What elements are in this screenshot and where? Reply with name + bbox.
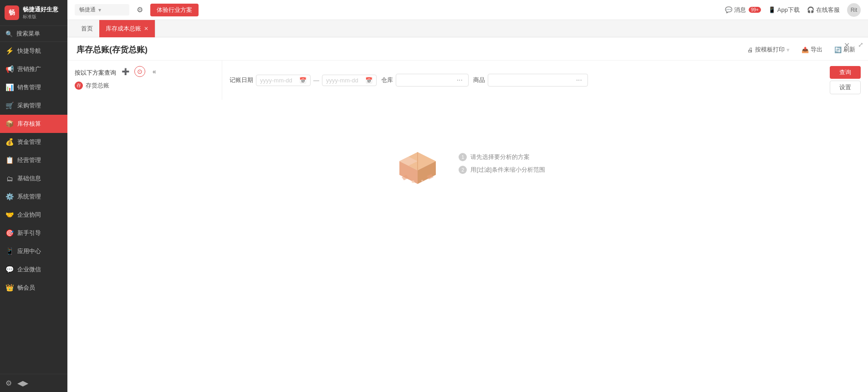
sidebar: 畅 畅捷通好生意 标准版 🔍 搜索菜单 ⚡ 快捷导航 📢 营销推广 📊 销售管理…: [0, 0, 67, 392]
goods-filter-field: 商品 ···: [473, 74, 588, 87]
add-scheme-button[interactable]: ➕: [120, 66, 131, 77]
tab-close-icon[interactable]: ✕: [144, 25, 148, 32]
app-download-button[interactable]: 📱 App下载: [768, 6, 800, 14]
app-logo-text: 畅捷通好生意 标准版: [23, 5, 58, 20]
sidebar-search[interactable]: 🔍 搜索菜单: [0, 26, 67, 42]
app-center-icon: 📱: [5, 247, 14, 255]
tab-bar: 首页 库存成本总账 ✕: [67, 20, 868, 37]
message-icon: 💬: [725, 6, 732, 13]
app-logo-icon: 畅: [5, 5, 19, 20]
print-dropdown-icon: ▾: [786, 46, 790, 53]
filter-action-buttons: 查询 设置: [830, 66, 861, 94]
sidebar-item-guide[interactable]: 🎯 新手引导: [0, 224, 67, 242]
sidebar-footer: ⚙ ◀▶: [0, 374, 67, 392]
filter-container: 按以下方案查询 ➕ ⊙ « 存 存货总账 记账日期 yyyy-mm-dd 📅: [67, 61, 868, 100]
industry-solution-button[interactable]: 体验行业方案: [150, 4, 199, 16]
configure-scheme-button[interactable]: ⊙: [134, 66, 145, 77]
cooperation-icon: 🤝: [5, 211, 14, 219]
filter-header: 按以下方案查询 ➕ ⊙ «: [75, 66, 214, 77]
online-service-button[interactable]: 🎧 在线客服: [807, 6, 840, 14]
panel-resize-button[interactable]: ⤢: [858, 41, 863, 48]
empty-illustration: [390, 136, 445, 191]
goods-input[interactable]: ···: [488, 74, 588, 87]
header-settings-button[interactable]: ⚙: [133, 3, 147, 17]
sidebar-item-cooperation[interactable]: 🤝 企业协同: [0, 206, 67, 224]
message-badge: 99+: [749, 7, 761, 13]
date-filter-field: 记账日期 yyyy-mm-dd 📅 — yyyy-mm-dd 📅: [230, 75, 377, 86]
print-button[interactable]: 🖨 按模板打印 ▾: [744, 44, 793, 56]
query-button[interactable]: 查询: [830, 66, 861, 79]
calendar-start-icon[interactable]: 📅: [299, 77, 306, 84]
tip-item-1: 1 请先选择要分析的方案: [459, 153, 545, 161]
sidebar-item-basic[interactable]: 🗂 基础信息: [0, 169, 67, 188]
wechat-icon: 💬: [5, 265, 14, 274]
date-end-input[interactable]: yyyy-mm-dd 📅: [322, 75, 377, 86]
sidebar-item-inventory[interactable]: 📦 库存核算: [0, 115, 67, 133]
headset-icon: 🎧: [807, 6, 814, 13]
message-button[interactable]: 💬 消息 99+: [725, 6, 761, 14]
guide-icon: 🎯: [5, 229, 14, 237]
footer-toggle-btn[interactable]: ◀▶: [17, 379, 28, 387]
sidebar-item-quick-nav[interactable]: ⚡ 快捷导航: [0, 42, 67, 60]
main-content: 畅捷通 ▾ ⚙ 体验行业方案 💬 消息 99+ 📱 App下载 🎧 在线客服 R…: [67, 0, 868, 392]
sidebar-item-wechat[interactable]: 💬 企业微信: [0, 260, 67, 279]
finance-icon: 💰: [5, 138, 14, 146]
export-button[interactable]: 📤 导出: [798, 44, 826, 56]
page-actions: 🖨 按模板打印 ▾ 📤 导出 🔄 刷新: [744, 44, 859, 56]
printer-icon: 🖨: [747, 46, 753, 53]
calendar-end-icon[interactable]: 📅: [365, 77, 373, 84]
tip-item-2: 2 用[过滤]条件来缩小分析范围: [459, 166, 545, 174]
export-icon: 📤: [802, 46, 809, 53]
empty-state-inner: 1 请先选择要分析的方案 2 用[过滤]条件来缩小分析范围: [390, 136, 545, 191]
sales-icon: 📊: [5, 83, 14, 92]
system-icon: ⚙️: [5, 193, 14, 201]
svg-point-8: [412, 180, 414, 183]
sidebar-item-finance[interactable]: 💰 资金管理: [0, 133, 67, 151]
search-icon: 🔍: [5, 31, 13, 37]
page-header: 库存总账(存货总账) 🖨 按模板打印 ▾ 📤 导出 🔄 刷新: [67, 37, 868, 61]
sidebar-item-purchase[interactable]: 🛒 采购管理: [0, 97, 67, 115]
panel-close-button[interactable]: ✕: [844, 41, 850, 50]
sidebar-item-app-center[interactable]: 📱 应用中心: [0, 242, 67, 260]
header-left: 畅捷通 ▾ ⚙ 体验行业方案: [75, 3, 725, 17]
filter-scheme-panel: 按以下方案查询 ➕ ⊙ « 存 存货总账: [67, 61, 222, 100]
warehouse-more-icon[interactable]: ···: [455, 76, 465, 84]
sidebar-item-marketing[interactable]: 📢 营销推广: [0, 60, 67, 78]
filter-row: 记账日期 yyyy-mm-dd 📅 — yyyy-mm-dd 📅 仓库: [222, 61, 868, 100]
operation-icon: 📋: [5, 156, 14, 164]
company-selector[interactable]: 畅捷通 ▾: [75, 4, 129, 15]
sidebar-item-member[interactable]: 👑 畅会员: [0, 279, 67, 297]
scheme-item-inventory[interactable]: 存 存货总账: [75, 81, 214, 90]
member-icon: 👑: [5, 284, 14, 292]
svg-point-9: [421, 180, 423, 182]
date-start-input[interactable]: yyyy-mm-dd 📅: [256, 75, 311, 86]
sidebar-item-operation[interactable]: 📋 经营管理: [0, 151, 67, 169]
tab-inventory-ledger[interactable]: 库存成本总账 ✕: [99, 20, 155, 37]
empty-state: 1 请先选择要分析的方案 2 用[过滤]条件来缩小分析范围: [67, 100, 868, 227]
sidebar-nav: ⚡ 快捷导航 📢 营销推广 📊 销售管理 🛒 采购管理 📦 库存核算 💰 资金管…: [0, 42, 67, 374]
goods-more-icon[interactable]: ···: [574, 76, 584, 84]
collapse-filter-button[interactable]: «: [149, 66, 160, 77]
sidebar-item-sales[interactable]: 📊 销售管理: [0, 78, 67, 97]
settings-link-button[interactable]: 设置: [830, 81, 861, 94]
sidebar-item-system[interactable]: ⚙️ 系统管理: [0, 188, 67, 206]
header-right: 💬 消息 99+ 📱 App下载 🎧 在线客服 Rit: [725, 3, 861, 17]
sidebar-logo: 畅 畅捷通好生意 标准版: [0, 0, 67, 26]
basic-icon: 🗂: [5, 175, 14, 183]
warehouse-input[interactable]: ···: [396, 74, 469, 87]
chevron-down-icon: ▾: [98, 7, 101, 13]
user-avatar[interactable]: Rit: [847, 3, 861, 17]
tab-home[interactable]: 首页: [75, 20, 99, 37]
page-area: ✕ ⤢ 库存总账(存货总账) 🖨 按模板打印 ▾ 📤 导出 🔄 刷新: [67, 37, 868, 392]
inventory-icon: 📦: [5, 120, 14, 128]
empty-tips: 1 请先选择要分析的方案 2 用[过滤]条件来缩小分析范围: [459, 153, 545, 174]
marketing-icon: 📢: [5, 65, 14, 73]
purchase-icon: 🛒: [5, 102, 14, 110]
warehouse-filter-field: 仓库 ···: [381, 74, 469, 87]
footer-settings-btn[interactable]: ⚙: [5, 379, 12, 387]
refresh-icon: 🔄: [834, 46, 842, 53]
top-header: 畅捷通 ▾ ⚙ 体验行业方案 💬 消息 99+ 📱 App下载 🎧 在线客服 R…: [67, 0, 868, 20]
app-download-icon: 📱: [768, 6, 776, 13]
scheme-icon: 存: [75, 81, 83, 90]
page-title: 库存总账(存货总账): [77, 44, 148, 55]
